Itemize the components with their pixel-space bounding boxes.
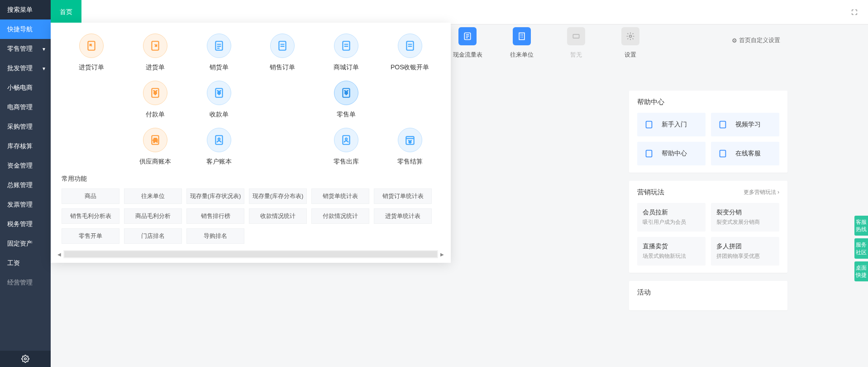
- svg-text:¥: ¥: [217, 90, 220, 96]
- help-center-card: 帮助中心 新手入门视频学习帮助中心在线客服: [629, 91, 787, 173]
- sidebar-ledger[interactable]: 总账管理: [0, 175, 51, 195]
- marketing-item[interactable]: 裂变分销裂变式发展分销商: [711, 203, 779, 232]
- flow-diagram: 进货订单 进货单 销货单 销售订单 商城订单 POS收银开单 ¥付款单 ¥收款单…: [51, 34, 451, 166]
- fullscreen-button[interactable]: [848, 6, 861, 19]
- help-item[interactable]: 在线客服: [711, 142, 779, 165]
- svg-point-20: [218, 138, 220, 140]
- sidebar-item-label: 零售管理: [7, 45, 33, 53]
- scroll-track[interactable]: [64, 251, 437, 257]
- common-fn-button[interactable]: 销货单统计表: [311, 188, 369, 204]
- tabs-bar: 首页: [51, 0, 868, 24]
- pill-hotline[interactable]: 客服 热线: [854, 216, 868, 236]
- help-label: 新手入门: [662, 121, 687, 129]
- flow-supplier-ledger[interactable]: 供: [143, 128, 167, 152]
- flow-retail-settle[interactable]: ¥: [398, 128, 422, 152]
- marketing-title: 直播卖货: [643, 242, 700, 251]
- sidebar-item-label: 电商管理: [7, 103, 33, 111]
- sidebar-tax[interactable]: 税务管理: [0, 214, 51, 234]
- sidebar-item-label: 搜索菜单: [7, 6, 33, 14]
- flow-purchase-bill[interactable]: [143, 34, 167, 58]
- common-fn-button[interactable]: 导购排名: [186, 228, 244, 244]
- sidebar-quick-nav[interactable]: 快捷导航: [0, 19, 51, 39]
- flow-retail-out[interactable]: [334, 128, 358, 152]
- common-fn-button[interactable]: 收款情况统计: [249, 208, 307, 224]
- sidebar-settings[interactable]: [0, 351, 51, 367]
- common-fn-button[interactable]: 现存量(库存状况表): [186, 188, 244, 204]
- flow-sales-order[interactable]: [270, 34, 295, 58]
- common-fn-button[interactable]: 销货订单统计表: [374, 188, 432, 204]
- quick-contacts[interactable]: 往来单位: [505, 27, 539, 59]
- sidebar-item-label: 总账管理: [7, 181, 33, 189]
- sidebar-ecom1[interactable]: 小畅电商: [0, 78, 51, 97]
- common-fn-button[interactable]: 销售毛利分析表: [62, 208, 119, 224]
- help-label: 视频学习: [735, 121, 761, 129]
- marketing-title: 裂变分销: [716, 208, 774, 217]
- sidebar: 搜索菜单 快捷导航 零售管理▼ 批发管理▼ 小畅电商 电商管理 采购管理 库存核…: [0, 0, 51, 367]
- sidebar-invoice[interactable]: 发票管理: [0, 195, 51, 214]
- common-fn-button[interactable]: 付款情况统计: [311, 208, 369, 224]
- horizontal-scrollbar[interactable]: ◀ ▶: [55, 250, 446, 258]
- sidebar-salary[interactable]: 工资: [0, 253, 51, 273]
- sidebar-assets[interactable]: 固定资产: [0, 234, 51, 253]
- flow-sales-bill[interactable]: [207, 34, 231, 58]
- common-fn-button[interactable]: 商品: [62, 188, 119, 204]
- flow-customer-ledger[interactable]: [207, 128, 231, 152]
- flow-retail-bill[interactable]: ¥: [334, 81, 358, 105]
- sidebar-funds[interactable]: 资金管理: [0, 156, 51, 175]
- scroll-left-button[interactable]: ◀: [55, 250, 63, 258]
- sidebar-item-label: 批发管理: [7, 64, 33, 72]
- sidebar-item-label: 发票管理: [7, 201, 33, 209]
- sidebar-search[interactable]: 搜索菜单: [0, 0, 51, 19]
- sidebar-ops[interactable]: 经营管理: [0, 273, 51, 292]
- chevron-down-icon: ▼: [42, 66, 46, 71]
- sidebar-purchase[interactable]: 采购管理: [0, 117, 51, 136]
- building-icon: [513, 27, 531, 45]
- marketing-item[interactable]: 会员拉新吸引用户成为会员: [637, 203, 706, 232]
- flow-label: 零售单: [337, 111, 356, 119]
- common-fn-button[interactable]: 往来单位: [124, 188, 182, 204]
- file-icon: [643, 147, 655, 160]
- scroll-right-button[interactable]: ▶: [438, 250, 446, 258]
- flow-row: 供供应商账本 客户账本 零售出库 ¥零售结算: [60, 128, 442, 166]
- flow-label: POS收银开单: [391, 63, 429, 72]
- common-fn-button[interactable]: 门店排名: [124, 228, 182, 244]
- flow-mall-order[interactable]: [334, 34, 358, 58]
- sidebar-ecom2[interactable]: 电商管理: [0, 97, 51, 117]
- help-label: 帮助中心: [662, 150, 687, 158]
- help-item[interactable]: 新手入门: [637, 113, 706, 136]
- marketing-item[interactable]: 多人拼团拼团购物享受优惠: [711, 237, 779, 266]
- quick-cashflow[interactable]: 现金流量表: [451, 27, 484, 59]
- tab-label: 首页: [60, 8, 72, 16]
- quick-row: 现金流量表 往来单位 暂无 设置: [451, 27, 647, 59]
- marketing-more-link[interactable]: 更多营销玩法 ›: [744, 188, 779, 196]
- flow-payment[interactable]: ¥: [143, 81, 167, 105]
- flow-label: 销货单: [210, 63, 229, 72]
- placeholder-icon: [567, 27, 585, 45]
- common-fn-button[interactable]: 进货单统计表: [374, 208, 432, 224]
- pill-community[interactable]: 服务 社区: [854, 238, 868, 258]
- flow-purchase-order[interactable]: [79, 34, 104, 58]
- common-fn-button[interactable]: 销售排行榜: [186, 208, 244, 224]
- card-title: 活动: [637, 288, 651, 297]
- common-fn-button[interactable]: 商品毛利分析: [124, 208, 182, 224]
- flow-pos-order[interactable]: [398, 34, 422, 58]
- sidebar-inventory[interactable]: 库存核算: [0, 136, 51, 156]
- card-title: 帮助中心: [637, 98, 664, 106]
- common-fn-button[interactable]: 现存量(库存分布表): [249, 188, 307, 204]
- flow-label: 进货单: [146, 63, 165, 72]
- marketing-sub: 裂变式发展分销商: [716, 218, 774, 226]
- marketing-title: 会员拉新: [643, 208, 700, 217]
- common-fn-button[interactable]: 零售开单: [62, 228, 119, 244]
- flow-receipt[interactable]: ¥: [207, 81, 231, 105]
- tab-home[interactable]: 首页: [51, 0, 81, 24]
- common-title: 常用功能: [62, 175, 440, 183]
- svg-rect-26: [720, 121, 726, 128]
- help-item[interactable]: 视频学习: [711, 113, 779, 136]
- quick-empty[interactable]: 暂无: [559, 27, 593, 59]
- help-item[interactable]: 帮助中心: [637, 142, 706, 165]
- pill-desktop[interactable]: 桌面 快捷: [854, 261, 868, 281]
- sidebar-retail[interactable]: 零售管理▼: [0, 39, 51, 58]
- flow-label: 付款单: [146, 111, 165, 119]
- sidebar-wholesale[interactable]: 批发管理▼: [0, 58, 51, 78]
- marketing-item[interactable]: 直播卖货场景式购物新玩法: [637, 237, 706, 266]
